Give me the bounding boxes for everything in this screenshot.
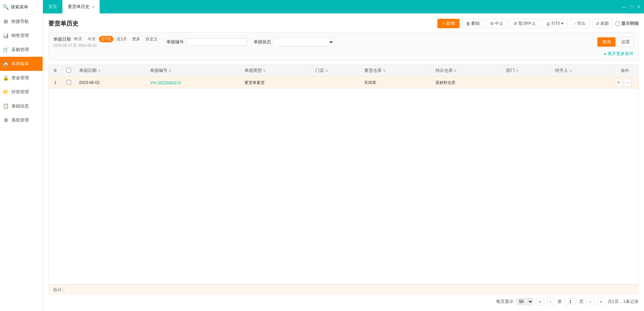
sidebar-item-label: 采购管理 — [11, 47, 29, 53]
first-page-btn[interactable]: « — [536, 298, 544, 306]
status-filter: 单据状态 — [254, 38, 334, 46]
row-more-icon[interactable]: ⋯ — [624, 79, 631, 86]
sort-billno-icon[interactable]: ⇅ — [168, 69, 171, 73]
add-button[interactable]: + 新增 — [437, 19, 459, 28]
filter-area: 单据日期 昨天 今天 近7天 近1月 更多 自定义 2023-05-27 至 2… — [48, 32, 639, 60]
sort-req-wh-icon[interactable]: ⇅ — [383, 69, 386, 73]
show-detail-checkbox[interactable] — [615, 21, 620, 26]
date-range: 2023-05-27 至 2023-06-02 — [53, 43, 160, 48]
page-header: 要货单历史 + 新增 🗑 🗑 删除 删除 ⊘ 中止 ⊘ 取消中止 🖨 打印 ▾ — [48, 19, 639, 28]
date-btn-1month[interactable]: 近1月 — [115, 36, 129, 42]
sidebar-search[interactable]: 🔍 搜索菜单 — [0, 0, 43, 14]
sort-pending-wh-icon[interactable]: ⇅ — [454, 69, 457, 73]
refresh-button[interactable]: ↺ 刷新 — [592, 19, 613, 28]
date-filter: 单据日期 昨天 今天 近7天 近1月 更多 自定义 2023-05-27 至 2… — [53, 36, 160, 48]
bill-no-link[interactable]: YH-20230602-0 — [150, 80, 181, 85]
sort-dept-icon[interactable]: ⇅ — [516, 69, 519, 73]
sort-store-icon[interactable]: ⇅ — [325, 69, 328, 73]
cancel-stop-button[interactable]: ⊘ 取消中止 — [510, 19, 540, 28]
sidebar-item-label: 系统管理 — [11, 117, 29, 123]
system-icon: ⚙ — [3, 117, 9, 123]
sidebar-item-basic-info[interactable]: 📋 基础信息 — [0, 99, 43, 113]
bill-no-label: 单据编号 — [166, 39, 184, 45]
row-store — [312, 77, 361, 89]
expand-row: ▾ 展开更多条件 — [53, 51, 634, 57]
expand-btn[interactable]: ▾ 展开更多条件 — [604, 51, 634, 57]
last-page-btn[interactable]: » — [597, 298, 605, 306]
sidebar-item-label: 资金管理 — [11, 75, 29, 81]
operations-icon: 📁 — [3, 89, 9, 95]
tab-close-icon[interactable]: × — [92, 5, 94, 9]
export-button[interactable]: ↑ 导出 — [570, 19, 590, 28]
sidebar-item-purchase[interactable]: 🛒 采购管理 — [0, 43, 43, 57]
sidebar-item-sales[interactable]: 📊 销售管理 — [0, 29, 43, 43]
action-icons: ✎ ⋯ — [615, 79, 635, 86]
sidebar-item-label: 快捷导航 — [11, 18, 29, 25]
date-btn-7days[interactable]: 近7天 — [99, 36, 113, 42]
sort-billtype-icon[interactable]: ⇅ — [263, 69, 266, 73]
prev-page-btn[interactable]: ‹ — [547, 298, 555, 306]
sidebar-item-inventory[interactable]: 🏠 库存核算 — [0, 57, 43, 71]
sidebar-item-finance[interactable]: 🔒 资金管理 — [0, 71, 43, 85]
row-req-warehouse: 车间库 — [361, 77, 432, 89]
filter-row-1: 单据日期 昨天 今天 近7天 近1月 更多 自定义 2023-05-27 至 2… — [53, 36, 634, 48]
print-icon: 🖨 — [546, 21, 550, 26]
bill-no-filter: 单据编号 — [166, 38, 247, 46]
close-icon[interactable]: × — [637, 4, 640, 9]
sidebar-item-operations[interactable]: 📁 经营管理 — [0, 85, 43, 99]
date-label: 单据日期 — [53, 36, 71, 42]
next-page-btn[interactable]: › — [586, 298, 594, 306]
topbar: 首页 要货单历史 × — □ × — [43, 0, 644, 13]
th-req-warehouse: 要货仓库 ⇅ — [361, 65, 432, 77]
show-detail-toggle[interactable]: 显示明细 — [615, 20, 639, 27]
pagination-bar: 每页显示 50 10 20 100 « ‹ 第 页 › » 共1页，1条记录 — [48, 295, 639, 306]
sidebar-item-quick-nav[interactable]: ⊞ 快捷导航 — [0, 14, 43, 29]
export-icon: ↑ — [574, 21, 576, 26]
status-select[interactable] — [274, 38, 334, 46]
date-btn-today[interactable]: 今天 — [86, 36, 98, 42]
refresh-icon: ↺ — [596, 21, 599, 26]
page-number-input[interactable] — [565, 298, 577, 305]
toolbar: + 新增 🗑 🗑 删除 删除 ⊘ 中止 ⊘ 取消中止 🖨 打印 ▾ — [437, 19, 639, 28]
tab-active[interactable]: 要货单历史 × — [62, 0, 100, 13]
purchase-icon: 🛒 — [3, 47, 9, 53]
status-label: 单据状态 — [254, 39, 271, 45]
stop-button[interactable]: ⊘ 中止 — [486, 19, 507, 28]
date-btn-yesterday[interactable]: 昨天 — [72, 36, 84, 42]
th-dept: 部门 ⇅ — [502, 65, 551, 77]
page-title: 要货单历史 — [48, 19, 78, 28]
th-operation: 操作 — [611, 65, 638, 77]
expand-down-icon: ▾ — [604, 51, 606, 56]
minimize-icon[interactable]: — — [622, 4, 626, 9]
row-bill-no: YH-20230602-0 — [146, 77, 241, 89]
row-edit-icon[interactable]: ✎ — [615, 79, 623, 86]
main-area: 首页 要货单历史 × — □ × 要货单历史 + 新增 🗑 🗑 删除 删除 — [43, 0, 644, 311]
select-all-checkbox[interactable] — [66, 68, 71, 73]
row-handler — [551, 77, 611, 89]
settings-button[interactable]: 设置 — [618, 37, 634, 47]
sort-handler-icon[interactable]: ⇅ — [569, 69, 572, 73]
finance-icon: 🔒 — [3, 75, 9, 81]
sidebar-search-label: 搜索菜单 — [11, 4, 28, 10]
sales-icon: 📊 — [3, 33, 9, 39]
bill-no-input[interactable] — [186, 38, 247, 46]
data-table: ⚙ 单据日期 ⇅ 单据编号 ⇅ 单据类型 — [49, 65, 638, 89]
table-row: 1 2023-06-02 YH-20230602-0 要货单要货 车间库 原材料… — [49, 77, 638, 89]
th-store: 门店 ⇅ — [312, 65, 361, 77]
print-button[interactable]: 🖨 打印 ▾ — [542, 19, 568, 28]
maximize-icon[interactable]: □ — [630, 4, 633, 9]
tab-home[interactable]: 首页 — [43, 0, 62, 13]
row-dept — [502, 77, 551, 89]
row-num: 1 — [49, 77, 62, 89]
date-btn-more[interactable]: 更多 — [130, 36, 142, 42]
page-size-select[interactable]: 50 10 20 100 — [516, 298, 533, 305]
data-table-wrap: ⚙ 单据日期 ⇅ 单据编号 ⇅ 单据类型 — [48, 64, 639, 284]
row-checkbox[interactable] — [66, 80, 71, 85]
delete-button[interactable]: 🗑 🗑 删除 删除 — [462, 19, 484, 28]
th-settings[interactable]: ⚙ — [49, 65, 62, 77]
query-button[interactable]: 查询 — [597, 37, 615, 47]
inventory-icon: 🏠 — [3, 61, 9, 67]
date-btn-custom[interactable]: 自定义 — [144, 36, 160, 42]
sort-date-icon[interactable]: ⇅ — [98, 69, 100, 73]
sidebar-item-system[interactable]: ⚙ 系统管理 — [0, 113, 43, 127]
